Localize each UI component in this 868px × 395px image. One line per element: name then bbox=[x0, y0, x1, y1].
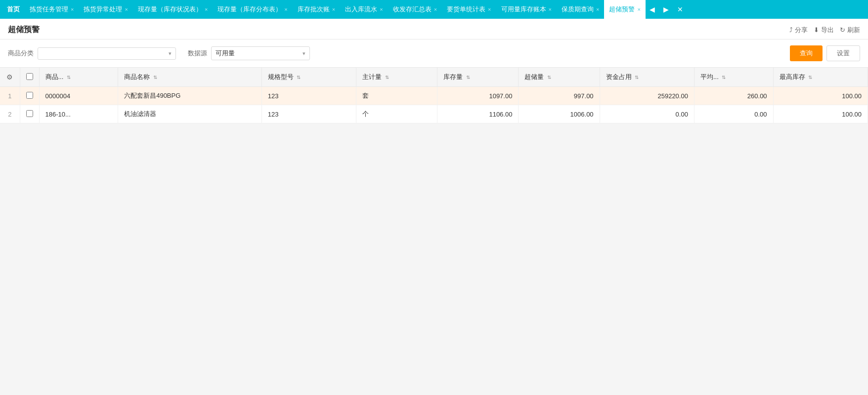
header-actions: ⤴ 分享 ⬇ 导出 ↻ 刷新 bbox=[789, 26, 860, 35]
close-icon[interactable]: × bbox=[380, 6, 383, 12]
nav-tab-7[interactable]: 要货单统计表 × bbox=[442, 0, 496, 19]
checkbox-col-header bbox=[20, 68, 39, 87]
col-stock[interactable]: 库存量 ⇅ bbox=[437, 68, 519, 87]
sort-icon: ⇅ bbox=[722, 75, 726, 80]
sort-icon: ⇅ bbox=[547, 75, 551, 80]
cell-code: 186-10... bbox=[39, 105, 118, 123]
row-checkbox-cell bbox=[20, 87, 39, 105]
cell-capital: 259220.00 bbox=[600, 87, 694, 105]
query-button[interactable]: 查询 bbox=[790, 45, 823, 61]
refresh-button[interactable]: ↻ 刷新 bbox=[840, 26, 860, 35]
col-capital[interactable]: 资金占用 ⇅ bbox=[600, 68, 694, 87]
cell-code: 0000004 bbox=[39, 87, 118, 105]
sort-icon: ⇅ bbox=[385, 75, 389, 80]
datasource-filter: 数据源 可用量 ▾ bbox=[188, 46, 310, 60]
nav-tab-6[interactable]: 收发存汇总表 × bbox=[388, 0, 442, 19]
datasource-value: 可用量 bbox=[216, 49, 235, 58]
datasource-label: 数据源 bbox=[188, 49, 207, 58]
table-container: ⚙ 商品... ⇅ 商品名称 ⇅ 规格型号 ⇅ 主计量 bbox=[0, 68, 868, 123]
page-header: 超储预警 ⤴ 分享 ⬇ 导出 ↻ 刷新 bbox=[0, 19, 868, 40]
row-number: 2 bbox=[0, 105, 20, 123]
close-icon[interactable]: × bbox=[284, 6, 287, 12]
table-row: 2 186-10... 机油滤清器 123 个 1106.00 1006.00 … bbox=[0, 105, 868, 123]
row-number: 1 bbox=[0, 87, 20, 105]
share-icon: ⤴ bbox=[789, 26, 793, 34]
close-icon[interactable]: × bbox=[205, 6, 208, 12]
col-unit[interactable]: 主计量 ⇅ bbox=[356, 68, 437, 87]
close-icon[interactable]: × bbox=[596, 6, 599, 12]
cell-name: 六配套新昌490BPG bbox=[118, 87, 262, 105]
filter-actions: 查询 设置 bbox=[790, 45, 860, 61]
nav-tab-3[interactable]: 现存量（库存分布表） × bbox=[213, 0, 292, 19]
cell-unit: 套 bbox=[356, 87, 437, 105]
select-all-checkbox[interactable] bbox=[26, 73, 33, 80]
col-code[interactable]: 商品... ⇅ bbox=[39, 68, 118, 87]
category-select-text bbox=[42, 50, 44, 57]
cell-overstock: 997.00 bbox=[519, 87, 600, 105]
chevron-down-icon: ▾ bbox=[303, 50, 305, 57]
nav-tab-5[interactable]: 出入库流水 × bbox=[340, 0, 388, 19]
cell-max-stock: 100.00 bbox=[773, 87, 868, 105]
filter-area: 商品分类 ▾ 数据源 可用量 ▾ 查询 设置 bbox=[0, 40, 868, 68]
table-row: 1 0000004 六配套新昌490BPG 123 套 1097.00 997.… bbox=[0, 87, 868, 105]
refresh-icon: ↻ bbox=[840, 26, 845, 34]
cell-spec: 123 bbox=[261, 105, 356, 123]
cell-max-stock: 100.00 bbox=[773, 105, 868, 123]
close-icon[interactable]: × bbox=[332, 6, 335, 12]
nav-left-arrow[interactable]: ◀ bbox=[646, 0, 659, 19]
close-icon[interactable]: × bbox=[125, 6, 128, 12]
cell-avg: 0.00 bbox=[694, 105, 773, 123]
chevron-down-icon: ▾ bbox=[169, 50, 172, 57]
col-avg[interactable]: 平均... ⇅ bbox=[694, 68, 773, 87]
close-icon[interactable]: × bbox=[434, 6, 437, 12]
row-checkbox[interactable] bbox=[26, 92, 33, 99]
close-icon[interactable]: × bbox=[71, 6, 74, 12]
close-icon[interactable]: × bbox=[637, 6, 640, 12]
col-overstock[interactable]: 超储量 ⇅ bbox=[519, 68, 600, 87]
settings-button[interactable]: 设置 bbox=[826, 45, 860, 61]
sort-icon: ⇅ bbox=[466, 75, 470, 80]
nav-expand-arrow[interactable]: ✕ bbox=[673, 0, 687, 19]
row-checkbox[interactable] bbox=[26, 110, 33, 117]
category-filter: 商品分类 ▾ bbox=[8, 47, 176, 60]
cell-stock: 1097.00 bbox=[437, 87, 519, 105]
nav-tab-1[interactable]: 拣货异常处理 × bbox=[79, 0, 132, 19]
nav-tab-10[interactable]: 超储预警 × bbox=[604, 0, 645, 19]
sort-icon: ⇅ bbox=[635, 75, 639, 80]
page-title: 超储预警 bbox=[8, 25, 40, 35]
col-spec[interactable]: 规格型号 ⇅ bbox=[261, 68, 356, 87]
cell-unit: 个 bbox=[356, 105, 437, 123]
nav-tab-4[interactable]: 库存批次账 × bbox=[293, 0, 340, 19]
gear-icon[interactable]: ⚙ bbox=[6, 73, 13, 81]
nav-tab-2[interactable]: 现存量（库存状况表） × bbox=[133, 0, 213, 19]
nav-right-arrow[interactable]: ▶ bbox=[659, 0, 673, 19]
cell-stock: 1106.00 bbox=[437, 105, 519, 123]
nav-tab-8[interactable]: 可用量库存账本 × bbox=[496, 0, 557, 19]
category-select[interactable]: ▾ bbox=[38, 47, 176, 60]
share-button[interactable]: ⤴ 分享 bbox=[789, 26, 808, 35]
sort-icon: ⇅ bbox=[297, 75, 301, 80]
col-name[interactable]: 商品名称 ⇅ bbox=[118, 68, 262, 87]
cell-name: 机油滤清器 bbox=[118, 105, 262, 123]
nav-bar: 首页 拣货任务管理 × 拣货异常处理 × 现存量（库存状况表） × 现存量（库存… bbox=[0, 0, 868, 19]
close-icon[interactable]: × bbox=[549, 6, 552, 12]
nav-tab-9[interactable]: 保质期查询 × bbox=[557, 0, 604, 19]
col-max-stock[interactable]: 最高库存 ⇅ bbox=[773, 68, 868, 87]
export-button[interactable]: ⬇ 导出 bbox=[814, 26, 834, 35]
data-table: ⚙ 商品... ⇅ 商品名称 ⇅ 规格型号 ⇅ 主计量 bbox=[0, 68, 868, 123]
settings-col-header: ⚙ bbox=[0, 68, 20, 87]
cell-overstock: 1006.00 bbox=[519, 105, 600, 123]
sort-icon: ⇅ bbox=[153, 75, 157, 80]
close-icon[interactable]: × bbox=[488, 6, 491, 12]
cell-capital: 0.00 bbox=[600, 105, 694, 123]
table-header-row: ⚙ 商品... ⇅ 商品名称 ⇅ 规格型号 ⇅ 主计量 bbox=[0, 68, 868, 87]
cell-avg: 260.00 bbox=[694, 87, 773, 105]
category-label: 商品分类 bbox=[8, 49, 34, 58]
export-icon: ⬇ bbox=[814, 26, 819, 34]
sort-icon: ⇅ bbox=[67, 75, 71, 80]
nav-home[interactable]: 首页 bbox=[2, 0, 25, 19]
cell-spec: 123 bbox=[261, 87, 356, 105]
datasource-select[interactable]: 可用量 ▾ bbox=[211, 46, 310, 60]
sort-icon: ⇅ bbox=[808, 75, 812, 80]
nav-tab-0[interactable]: 拣货任务管理 × bbox=[25, 0, 79, 19]
